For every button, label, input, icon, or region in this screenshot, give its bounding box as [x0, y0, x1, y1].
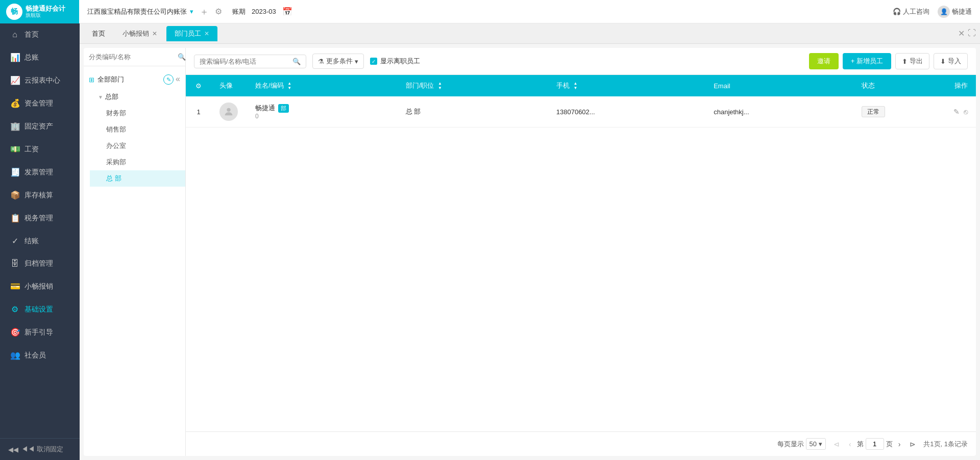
employee-search-box[interactable]: 🔍: [194, 55, 306, 68]
sidebar-item-fixed-assets[interactable]: 🏢 固定资产: [0, 115, 80, 138]
sidebar-item-reports[interactable]: 📈 云报表中心: [0, 69, 80, 92]
sidebar-item-label: 结账: [24, 237, 39, 246]
sidebar-item-tax[interactable]: 📋 税务管理: [0, 207, 80, 229]
avatar-icon: 👤: [938, 6, 950, 18]
dept-search-icon[interactable]: 🔍: [178, 53, 186, 61]
sidebar-item-inventory[interactable]: 📦 库存核算: [0, 184, 80, 207]
export-button[interactable]: ⬆ 导出: [895, 53, 929, 69]
all-dept-header[interactable]: ⊞ 全部部门 ✎ «: [84, 70, 185, 89]
col-phone[interactable]: 手机 ▲▼: [548, 75, 705, 96]
sidebar-item-label: 税务管理: [24, 214, 53, 223]
tab-home[interactable]: 首页: [84, 26, 113, 41]
sidebar-item-close-period[interactable]: ✓ 结账: [0, 229, 80, 252]
dept-item-general[interactable]: 总 部: [90, 170, 185, 187]
home-icon: ⌂: [10, 30, 19, 39]
show-resigned-toggle[interactable]: ✓ 显示离职员工: [370, 57, 420, 66]
tab-expense[interactable]: 小畅报销 ✕: [114, 26, 165, 41]
col-email: Email: [705, 75, 853, 96]
logo-title: 畅捷通好会计: [26, 5, 65, 13]
col-avatar: 头像: [211, 75, 247, 96]
total-record: 共1页, 1条记录: [923, 440, 968, 449]
maximize-icon[interactable]: ⛶: [968, 29, 976, 38]
right-panel: 🔍 ⚗ 更多条件 ▾ ✓ 显示离职员工 邀请 + 新增员工: [186, 48, 976, 456]
sidebar-item-label: 总账: [24, 53, 39, 62]
sidebar-item-label: 小畅报销: [24, 282, 53, 291]
tax-icon: 📋: [10, 213, 19, 223]
edit-dept-icon[interactable]: ✎: [163, 74, 174, 85]
import-button[interactable]: ⬇ 导入: [934, 53, 968, 69]
page-suffix: 页: [886, 440, 893, 449]
pagination: 每页显示 50 ▾ ⊲ ‹ 第 页 › ⊳: [186, 431, 976, 456]
page-size-area: 每页显示 50 ▾: [777, 438, 826, 450]
first-page-button[interactable]: ⊲: [830, 439, 843, 450]
sidebar-item-settings[interactable]: ⚙ 基础设置: [0, 298, 80, 321]
dept-panel: 🔍 ⊞ 全部部门 ✎ «: [84, 48, 186, 456]
sidebar-item-label: 资金管理: [24, 99, 53, 108]
col-name[interactable]: 姓名/编码 ▲▼: [247, 75, 398, 96]
sidebar: ⌂ 首页 📊 总账 📈 云报表中心 💰 资金管理 🏢 固定资产 💵 工资 🧾 发…: [0, 23, 80, 460]
last-page-button[interactable]: ⊳: [906, 439, 919, 450]
support-button[interactable]: 🎧 人工咨询: [893, 7, 929, 16]
col-settings[interactable]: ⚙: [186, 75, 211, 96]
add-employee-button[interactable]: + 新增员工: [843, 53, 891, 69]
sidebar-item-label: 库存核算: [24, 191, 53, 200]
search-icon: 🔍: [292, 58, 301, 65]
sidebar-item-members[interactable]: 👥 社会员: [0, 344, 80, 367]
row-name: 畅捷通 部 0: [247, 96, 398, 127]
dept-item-purchase[interactable]: 采购部: [90, 154, 185, 170]
per-page-label: 每页显示: [777, 440, 804, 449]
col-dept[interactable]: 部门/职位 ▲▼: [398, 75, 548, 96]
add-company-icon[interactable]: ＋: [200, 6, 209, 18]
collapse-dept-icon[interactable]: «: [176, 74, 180, 85]
dept-item-sales[interactable]: 销售部: [90, 121, 185, 138]
page-size-selector[interactable]: 50 ▾: [806, 438, 826, 450]
logo-icon: 畅: [6, 4, 22, 20]
dept-search-area: 🔍: [84, 48, 185, 66]
tab-expense-close[interactable]: ✕: [152, 30, 157, 37]
close-window-icon[interactable]: ✕: [958, 29, 965, 38]
dept-item-finance[interactable]: 财务部: [90, 105, 185, 121]
sidebar-item-invoice[interactable]: 🧾 发票管理: [0, 161, 80, 184]
invite-button[interactable]: 邀请: [809, 53, 839, 69]
sidebar-item-label: 发票管理: [24, 168, 53, 177]
dept-item-zongbu-parent[interactable]: ▼ 总部: [90, 89, 185, 105]
sidebar-item-general-ledger[interactable]: 📊 总账: [0, 46, 80, 69]
table-row: 1 畅捷通 部: [186, 96, 976, 127]
row-actions: ✎ ⎋: [915, 96, 976, 127]
prev-page-button[interactable]: ‹: [845, 439, 855, 450]
ledger-icon: 📊: [10, 53, 19, 62]
row-email: chanjethkj...: [705, 96, 853, 127]
tab-dept-close[interactable]: ✕: [204, 30, 209, 37]
sidebar-item-salary[interactable]: 💵 工资: [0, 138, 80, 161]
company-selector[interactable]: 江西服宝精品有限责任公司内账张 ▾: [87, 7, 193, 16]
page-input[interactable]: [866, 438, 884, 450]
delete-employee-icon[interactable]: ⎋: [964, 108, 968, 116]
sidebar-item-guide[interactable]: 🎯 新手引导: [0, 321, 80, 344]
next-page-button[interactable]: ›: [895, 439, 904, 450]
salary-icon: 💵: [10, 144, 19, 154]
settings-icon[interactable]: ⚙: [215, 7, 222, 16]
edit-employee-icon[interactable]: ✎: [953, 108, 960, 116]
calendar-icon[interactable]: 📅: [282, 7, 292, 16]
tab-dept-employee[interactable]: 部门员工 ✕: [166, 26, 217, 41]
more-filter-button[interactable]: ⚗ 更多条件 ▾: [312, 54, 364, 69]
sidebar-item-archive[interactable]: 🗄 归档管理: [0, 252, 80, 275]
dept-item-office[interactable]: 办公室: [90, 138, 185, 154]
dept-search-input[interactable]: [89, 53, 175, 61]
grid-icon: ⊞: [89, 76, 94, 84]
sidebar-item-label: 新手引导: [24, 328, 53, 337]
guide-icon: 🎯: [10, 327, 19, 337]
sidebar-item-home[interactable]: ⌂ 首页: [0, 23, 80, 46]
assets-icon: 🏢: [10, 121, 19, 131]
expand-icon: ▼: [98, 94, 103, 100]
headset-icon: 🎧: [893, 8, 901, 15]
col-status: 状态: [853, 75, 915, 96]
col-actions: 操作: [915, 75, 976, 96]
sidebar-item-expense[interactable]: 💳 小畅报销: [0, 275, 80, 298]
employee-search-input[interactable]: [200, 58, 289, 65]
sidebar-item-funds[interactable]: 💰 资金管理: [0, 92, 80, 115]
import-icon: ⬇: [940, 58, 946, 65]
user-menu[interactable]: 👤 畅捷通: [938, 6, 972, 18]
cancel-fixed-button[interactable]: ◀◀ ◀◀ 取消固定: [0, 438, 80, 460]
funds-icon: 💰: [10, 98, 19, 108]
